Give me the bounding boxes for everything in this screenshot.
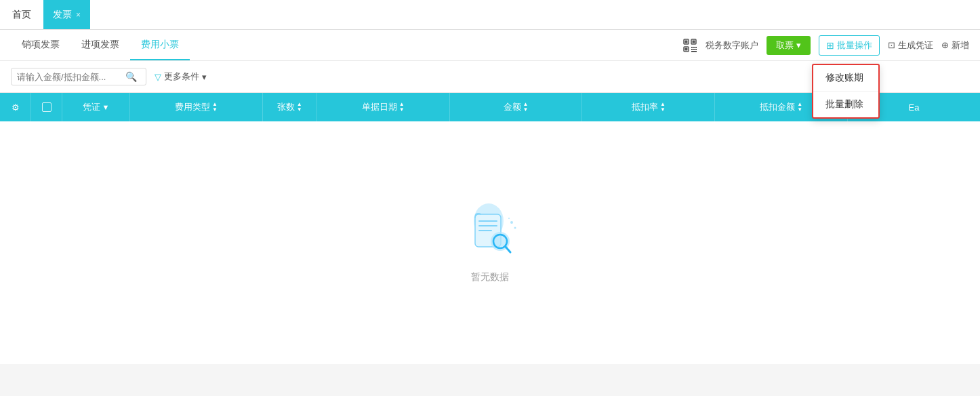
th-deduct-amount-sort[interactable]: ▲▼ (797, 102, 802, 113)
th-gear[interactable]: ⚙ (0, 93, 31, 121)
th-deduct-rate-sort[interactable]: ▲▼ (660, 102, 666, 113)
th-date: 单据日期 ▲▼ (317, 93, 450, 121)
gear-icon: ⚙ (12, 102, 20, 113)
th-deduct-rate-label: 抵扣率 (632, 101, 658, 113)
nav-tab-invoice[interactable]: 发票 × (43, 0, 90, 29)
sub-tabs-bar: 销项发票 进项发票 费用小票 税务数字账户 (0, 30, 980, 61)
empty-illustration (456, 202, 524, 263)
gen-voucher-button[interactable]: ⊡ 生成凭证 (888, 39, 933, 52)
search-icon[interactable]: 🔍 (125, 71, 137, 82)
svg-rect-3 (693, 40, 695, 43)
nav-tab-close[interactable]: × (76, 10, 81, 20)
svg-rect-6 (691, 47, 693, 48)
gen-voucher-label: 生成凭证 (898, 39, 933, 52)
batch-op-button[interactable]: ⊞ 批量操作 (819, 35, 880, 56)
more-filter-button[interactable]: ▽ 更多条件 ▾ (155, 71, 207, 83)
more-filter-arrow: ▾ (202, 72, 207, 82)
svg-point-21 (510, 221, 513, 224)
th-amount-sort[interactable]: ▲▼ (523, 102, 529, 113)
svg-rect-1 (685, 40, 688, 43)
th-deduct-rate: 抵扣率 ▲▼ (582, 93, 715, 121)
svg-line-20 (506, 247, 510, 252)
main-content: ⚙ 凭证 ▼ 费用类型 ▲▼ 张数 ▲▼ 单据日期 ▲▼ 金额 ▲▼ 抵扣率 ▲… (0, 93, 980, 364)
tab-sales-invoice[interactable]: 销项发票 (11, 30, 70, 60)
th-date-label: 单据日期 (362, 101, 397, 113)
tab-input-invoice[interactable]: 进项发票 (70, 30, 130, 60)
select-all-checkbox[interactable] (42, 102, 52, 112)
svg-rect-11 (695, 49, 697, 50)
th-expense-type-label: 费用类型 (175, 101, 210, 113)
tax-account-button[interactable]: 税务数字账户 (706, 39, 758, 52)
th-amount: 金额 ▲▼ (450, 93, 583, 121)
svg-rect-10 (695, 47, 697, 48)
th-date-sort[interactable]: ▲▼ (399, 102, 405, 113)
svg-point-22 (514, 227, 516, 229)
take-ticket-arrow: ▾ (796, 40, 801, 50)
th-deduct-amount-label: 抵扣金额 (760, 101, 795, 113)
th-last-label: Ea (909, 102, 920, 113)
batch-op-label: 批量操作 (837, 39, 872, 52)
take-ticket-label: 取票 (776, 39, 794, 52)
qr-icon (682, 38, 697, 53)
th-amount-label: 金额 (504, 101, 521, 113)
th-expense-type: 费用类型 ▲▼ (130, 93, 263, 121)
top-nav: 首页 发票 × (0, 0, 980, 30)
svg-point-23 (508, 218, 510, 219)
th-voucher-filter-icon[interactable]: ▼ (102, 103, 110, 111)
th-voucher: 凭证 ▼ (62, 93, 130, 121)
toolbar-right: 税务数字账户 取票 ▾ ⊞ 批量操作 修改账期 批量删除 ⊡ 生成凭证 (682, 30, 969, 60)
add-new-label: 新增 (952, 39, 969, 52)
th-count: 张数 ▲▼ (263, 93, 317, 121)
more-filter-label: 更多条件 (164, 71, 199, 83)
empty-state: 暂无数据 (0, 121, 980, 364)
filter-funnel-icon: ▽ (155, 72, 161, 82)
gen-voucher-icon: ⊡ (888, 40, 895, 50)
add-new-button[interactable]: ⊕ 新增 (941, 39, 969, 52)
nav-tab-label: 发票 (53, 9, 72, 21)
svg-rect-7 (693, 47, 695, 48)
svg-rect-12 (691, 51, 697, 52)
search-input[interactable] (17, 72, 125, 82)
th-checkbox[interactable] (31, 93, 62, 121)
batch-op-container: ⊞ 批量操作 修改账期 批量删除 (819, 35, 880, 56)
batch-op-dropdown: 修改账期 批量删除 (812, 64, 880, 119)
search-input-wrap: 🔍 (11, 68, 146, 85)
th-expense-type-sort[interactable]: ▲▼ (212, 102, 218, 113)
th-count-label: 张数 (277, 101, 295, 113)
add-new-icon: ⊕ (941, 40, 949, 50)
svg-rect-8 (691, 49, 693, 50)
tab-expense-receipt[interactable]: 费用小票 (130, 30, 190, 60)
empty-text: 暂无数据 (471, 271, 509, 283)
svg-rect-9 (693, 49, 695, 50)
dropdown-item-change-period[interactable]: 修改账期 (813, 65, 878, 91)
th-voucher-label: 凭证 (83, 101, 100, 113)
qr-icon-button[interactable] (682, 38, 697, 53)
batch-op-icon: ⊞ (826, 40, 834, 51)
th-count-sort[interactable]: ▲▼ (297, 102, 302, 113)
take-ticket-button[interactable]: 取票 ▾ (767, 36, 811, 55)
dropdown-item-batch-delete[interactable]: 批量删除 (813, 92, 878, 117)
svg-rect-5 (685, 47, 688, 50)
nav-home[interactable]: 首页 (0, 0, 43, 29)
